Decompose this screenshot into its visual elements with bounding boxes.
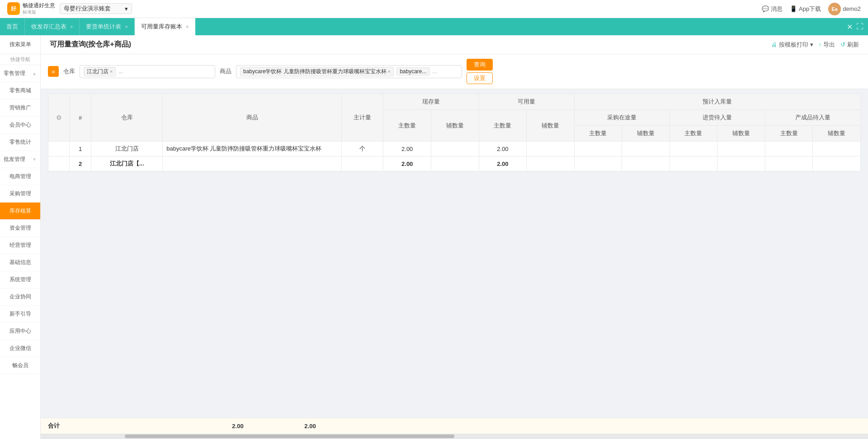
- sidebar-item-enterprise-coop[interactable]: 企业协同: [0, 288, 40, 306]
- sidebar-quick-nav[interactable]: 快捷导航: [0, 54, 40, 65]
- sidebar-item-app-center[interactable]: 应用中心: [0, 323, 40, 340]
- th-inbound-aux: 辅数量: [717, 126, 765, 142]
- setting-btn[interactable]: 设置: [467, 72, 493, 84]
- warehouse-filter-label: 仓库: [63, 67, 75, 76]
- data-table: ⚙ # 仓库 商品 主计量 现存量 可用量 预计入库量 主数量 辅数量 主数量: [48, 94, 861, 171]
- th-purchase-transit: 采购在途量: [574, 110, 670, 126]
- row1-purchase-main: [574, 142, 622, 156]
- row1-current-aux: [431, 142, 479, 156]
- sidebar-item-retail-mall[interactable]: 零售商城: [0, 82, 40, 99]
- sidebar-item-marketing[interactable]: 营销推广: [0, 99, 40, 117]
- sidebar-item-operations-mgmt[interactable]: 经营管理: [0, 237, 40, 254]
- th-settings: ⚙: [48, 94, 70, 142]
- th-purchase-main: 主数量: [574, 126, 622, 142]
- th-planned-inbound: 预计入库量: [574, 94, 860, 110]
- export-btn[interactable]: ↑ 导出: [819, 41, 835, 49]
- filter-expand-btn[interactable]: »: [48, 66, 59, 77]
- warehouse-tag[interactable]: 江北门店 ×: [84, 67, 116, 76]
- sidebar-item-wholesale-mgmt[interactable]: 批发管理 ▼: [0, 151, 40, 168]
- tab-close-receive-summary[interactable]: ×: [70, 24, 73, 29]
- tab-fullscreen-icon[interactable]: ⛶: [856, 23, 863, 31]
- scroll-thumb[interactable]: [125, 434, 454, 438]
- settings-icon[interactable]: ⚙: [56, 114, 62, 121]
- download-icon: 📱: [790, 5, 797, 12]
- refresh-btn[interactable]: ↺ 刷新: [840, 41, 859, 49]
- row1-avail-aux: [527, 142, 575, 156]
- sidebar-label-enterprise-wechat: 企业微信: [9, 345, 31, 352]
- tab-bar-actions: ✕ ⛶: [842, 18, 868, 35]
- sidebar-item-enterprise-wechat[interactable]: 企业微信: [0, 340, 40, 357]
- row2-current-main: 2.00: [383, 156, 431, 171]
- sidebar-item-finance-mgmt[interactable]: 资金管理: [0, 220, 40, 237]
- main-layout: 搜索菜单 快捷导航 零售管理 ▲ 零售商城 营销推广 会员中心 零售统计 批发管…: [0, 35, 868, 439]
- sidebar-label-new-guide: 新手引导: [9, 310, 31, 318]
- user-area[interactable]: Ea demo2: [828, 3, 861, 15]
- table-footer: 合计 2.00 2.00: [41, 418, 868, 434]
- product-filter-label: 商品: [220, 67, 231, 76]
- row2-avail-main: 2.00: [479, 156, 527, 171]
- tab-close-order-stats[interactable]: ×: [125, 24, 127, 29]
- query-btn[interactable]: 查询: [467, 59, 493, 71]
- product-tag-1[interactable]: babycare学饮杯 儿童防摔防撞吸管杯重力球吸嘴杯宝宝水杯 ×: [240, 67, 394, 76]
- sidebar-label-retail-mgmt: 零售管理: [4, 70, 25, 77]
- tab-bar: 首页 收发存汇总表 × 要货单统计表 × 可用量库存账本 × ✕ ⛶: [0, 18, 868, 35]
- print-template-btn[interactable]: 🖨 按模板打印 ▾: [771, 41, 813, 49]
- tab-home[interactable]: 首页: [0, 18, 25, 35]
- sidebar-label-member-center: 会员中心: [9, 121, 31, 129]
- sidebar-item-member-center[interactable]: 会员中心: [0, 117, 40, 134]
- logo-text: 畅捷通好生意 标准版: [23, 2, 55, 15]
- row1-prod-aux: [813, 142, 861, 156]
- sidebar-item-vip-member[interactable]: 畅会员: [0, 357, 40, 374]
- warehouse-filter-input[interactable]: 江北门店 × ...: [80, 65, 215, 78]
- row2-avail-aux: [527, 156, 575, 171]
- tab-order-stats[interactable]: 要货单统计表 ×: [80, 18, 134, 35]
- table-row: 2 江北门店【... 2.00 2.00: [48, 156, 861, 171]
- row1-current-main: 2.00: [383, 142, 431, 156]
- tab-available-ledger[interactable]: 可用量库存账本 ×: [135, 18, 195, 35]
- filter-area: » 仓库 江北门店 × ... 商品 babycare学饮杯 儿童防摔防撞吸管杯…: [41, 54, 868, 89]
- sidebar-item-new-guide[interactable]: 新手引导: [0, 306, 40, 323]
- chevron-icon: ▲: [32, 71, 37, 76]
- sidebar-item-basic-info[interactable]: 基础信息: [0, 254, 40, 271]
- sidebar-item-system-mgmt[interactable]: 系统管理: [0, 271, 40, 288]
- warehouse-tag-remove[interactable]: ×: [110, 69, 113, 74]
- search-menu-btn[interactable]: 搜索菜单: [3, 39, 38, 50]
- row1-no: 1: [70, 142, 91, 156]
- product-more[interactable]: ...: [433, 68, 437, 75]
- th-main-unit: 主计量: [342, 94, 383, 142]
- warehouse-more[interactable]: ...: [118, 68, 123, 75]
- tab-receive-summary[interactable]: 收发存汇总表 ×: [25, 18, 80, 35]
- row1-purchase-aux: [622, 142, 670, 156]
- row2-purchase-aux: [622, 156, 670, 171]
- top-bar: 好 畅捷通好生意 标准版 母婴行业演示账套 ▾ 💬 消息 📱 App下载 Ea …: [0, 0, 868, 18]
- print-icon: 🖨: [771, 41, 777, 48]
- sidebar-item-retail-mgmt[interactable]: 零售管理 ▲: [0, 65, 40, 82]
- row1-inbound-main: [670, 142, 717, 156]
- message-btn[interactable]: 💬 消息: [762, 5, 783, 13]
- th-avail-aux: 辅数量: [527, 110, 575, 142]
- logo-icon: 好: [7, 2, 20, 15]
- row2-settings: [48, 156, 70, 171]
- tab-close-all-icon[interactable]: ✕: [847, 23, 853, 31]
- sidebar-item-inventory-mgmt[interactable]: 库存核算: [0, 203, 40, 220]
- product-tag1-remove[interactable]: ×: [388, 69, 391, 74]
- sidebar-item-retail-stats[interactable]: 零售统计: [0, 134, 40, 151]
- row2-purchase-main: [574, 156, 622, 171]
- chevron-down-icon: ▾: [125, 5, 128, 12]
- sidebar-label-operations-mgmt: 经营管理: [9, 241, 31, 249]
- product-tag-2[interactable]: babycare...: [396, 67, 429, 76]
- tab-close-available-ledger[interactable]: ×: [186, 24, 189, 29]
- row2-product: [163, 156, 342, 171]
- th-available: 可用量: [479, 94, 574, 110]
- sidebar-item-purchase-mgmt[interactable]: 采购管理: [0, 185, 40, 203]
- page-header-actions: 🖨 按模板打印 ▾ ↑ 导出 ↺ 刷新: [771, 41, 859, 53]
- row2-prod-main: [765, 156, 813, 171]
- th-current-aux: 辅数量: [431, 110, 479, 142]
- page-title: 可用量查询(按仓库+商品): [50, 40, 131, 54]
- horizontal-scrollbar[interactable]: [41, 434, 868, 439]
- product-filter-input[interactable]: babycare学饮杯 儿童防摔防撞吸管杯重力球吸嘴杯宝宝水杯 × babyca…: [236, 65, 462, 78]
- th-prod-main: 主数量: [765, 126, 813, 142]
- app-download-btn[interactable]: 📱 App下载: [790, 5, 821, 13]
- sidebar-item-ecommerce-mgmt[interactable]: 电商管理: [0, 168, 40, 185]
- industry-selector[interactable]: 母婴行业演示账套 ▾: [60, 3, 132, 14]
